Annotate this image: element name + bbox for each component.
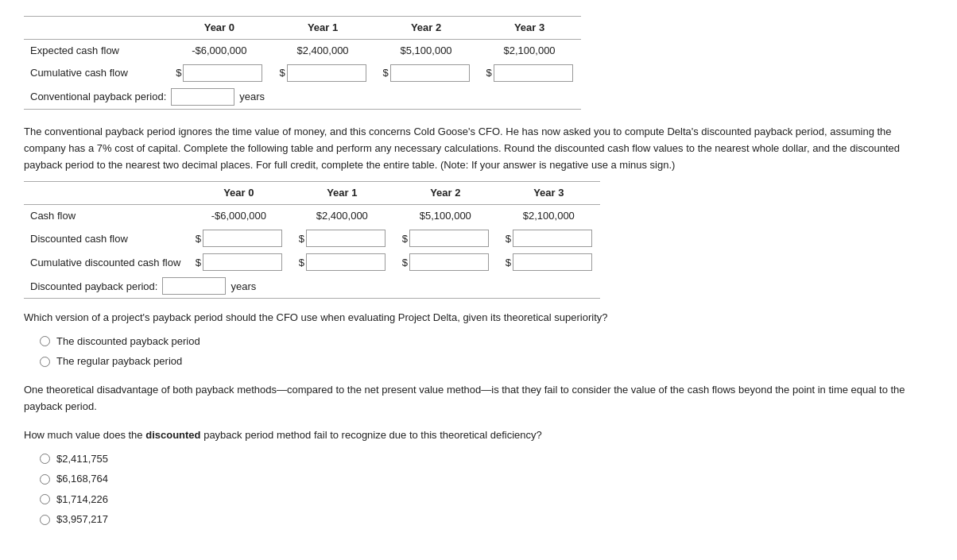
paragraph1-text: One theoretical disadvantage of both pay… xyxy=(24,382,933,415)
cumulative-cashflow-input-year1[interactable]: $ xyxy=(271,61,374,85)
table2-header-year1: Year 1 xyxy=(290,182,393,205)
question2-bold: discounted xyxy=(145,429,200,441)
table1-header-year2: Year 2 xyxy=(374,17,478,40)
expected-cashflow-year3: $2,100,000 xyxy=(478,39,581,61)
table1-header-year1: Year 1 xyxy=(271,17,374,40)
dollar-sign: $ xyxy=(299,255,304,271)
question2-text: How much value does the discounted payba… xyxy=(24,427,933,443)
radio-label-regular: The regular payback period xyxy=(56,353,182,369)
table-row: Cumulative cash flow $ $ $ xyxy=(24,61,581,85)
row-label-cashflow: Cash flow xyxy=(24,204,187,226)
row-label-expected-cashflow: Expected cash flow xyxy=(24,39,168,61)
discounted-cashflow-year2-input[interactable] xyxy=(409,230,489,247)
discounted-cashflow-input-year0[interactable]: $ xyxy=(187,226,290,250)
dollar-sign: $ xyxy=(506,255,511,271)
table2-header-label xyxy=(24,182,187,205)
cumulative-cashflow-year0-input[interactable] xyxy=(183,64,262,82)
discounted-cashflow-year1-input[interactable] xyxy=(306,230,386,247)
table2-header-year0: Year 0 xyxy=(187,182,290,205)
question1-text: Which version of a project's payback per… xyxy=(24,310,933,326)
discounted-cashflow-input-year3[interactable]: $ xyxy=(497,226,600,250)
radio-q2-option3[interactable] xyxy=(40,494,50,504)
radio-label-q2-option1: $2,411,755 xyxy=(56,451,108,467)
cumulative-cashflow-input-year3[interactable]: $ xyxy=(478,61,581,85)
radio-option-regular[interactable]: The regular payback period xyxy=(40,353,933,369)
row-label-cumulative-discounted-cashflow: Cumulative discounted cash flow xyxy=(24,250,187,274)
radio-option-q2-4[interactable]: $3,957,217 xyxy=(40,512,933,527)
cumulative-discounted-cashflow-input-year3[interactable]: $ xyxy=(497,250,600,274)
discounted-cashflow-year0-input[interactable] xyxy=(203,230,282,247)
table2-header-year2: Year 2 xyxy=(393,182,497,205)
discounted-cashflow-input-year1[interactable]: $ xyxy=(290,226,393,250)
radio-label-q2-option4: $3,957,217 xyxy=(56,512,108,527)
radio-q2-option1[interactable] xyxy=(40,454,50,464)
dollar-sign: $ xyxy=(402,231,408,247)
row-label-discounted-cashflow: Discounted cash flow xyxy=(24,226,187,250)
radio-option-q2-3[interactable]: $1,714,226 xyxy=(40,492,933,508)
payback-period-row: Conventional payback period: years xyxy=(24,85,581,110)
radio-label-q2-option3: $1,714,226 xyxy=(56,492,108,508)
discounted-cashflow-year3-input[interactable] xyxy=(513,230,592,247)
table1: Year 0 Year 1 Year 2 Year 3 Expected cas… xyxy=(24,16,581,110)
dollar-sign: $ xyxy=(176,65,181,81)
expected-cashflow-year2: $5,100,000 xyxy=(374,39,478,61)
table-row: Discounted cash flow $ $ $ xyxy=(24,226,600,250)
radio-q2-option2[interactable] xyxy=(40,474,50,485)
discounted-payback-label: Discounted payback period: years xyxy=(24,274,290,299)
dollar-sign: $ xyxy=(196,255,201,271)
cumulative-cashflow-year3-input[interactable] xyxy=(494,64,573,82)
table1-header-year3: Year 3 xyxy=(478,17,581,40)
radio-q2-option4[interactable] xyxy=(40,515,50,525)
cum-discounted-cashflow-year2-input[interactable] xyxy=(409,253,489,271)
radio-label-discounted: The discounted payback period xyxy=(56,334,200,350)
cumulative-cashflow-input-year0[interactable]: $ xyxy=(168,61,271,85)
cum-discounted-cashflow-year1-input[interactable] xyxy=(306,253,386,271)
table-row: Cumulative discounted cash flow $ $ $ xyxy=(24,250,600,274)
dollar-sign: $ xyxy=(382,65,388,81)
radio-discounted-payback[interactable] xyxy=(40,336,50,346)
conventional-payback-input[interactable] xyxy=(171,88,234,106)
radio-option-discounted[interactable]: The discounted payback period xyxy=(40,334,933,350)
cumulative-cashflow-input-year2[interactable]: $ xyxy=(374,61,478,85)
cum-discounted-cashflow-year3-input[interactable] xyxy=(513,253,592,271)
dollar-sign: $ xyxy=(402,255,408,271)
discounted-payback-period-row: Discounted payback period: years xyxy=(24,274,600,299)
radio-option-q2-1[interactable]: $2,411,755 xyxy=(40,451,933,467)
dollar-sign: $ xyxy=(506,231,511,247)
expected-cashflow-year0: -$6,000,000 xyxy=(168,39,271,61)
cashflow-year1: $2,400,000 xyxy=(290,204,393,226)
description-text: The conventional payback period ignores … xyxy=(24,124,933,173)
cumulative-discounted-cashflow-input-year0[interactable]: $ xyxy=(187,250,290,274)
table1-header-year0: Year 0 xyxy=(168,17,271,40)
table-row: Expected cash flow -$6,000,000 $2,400,00… xyxy=(24,39,581,61)
dollar-sign: $ xyxy=(299,231,304,247)
dollar-sign: $ xyxy=(279,65,285,81)
cashflow-year3: $2,100,000 xyxy=(497,204,600,226)
cum-discounted-cashflow-year0-input[interactable] xyxy=(203,253,282,271)
cashflow-year2: $5,100,000 xyxy=(393,204,497,226)
cumulative-cashflow-year2-input[interactable] xyxy=(390,64,470,82)
cashflow-year0: -$6,000,000 xyxy=(187,204,290,226)
table2-header-year3: Year 3 xyxy=(497,182,600,205)
table1-header-label xyxy=(24,17,168,40)
cumulative-discounted-cashflow-input-year1[interactable]: $ xyxy=(290,250,393,274)
row-label-cumulative-cashflow: Cumulative cash flow xyxy=(24,61,168,85)
radio-option-q2-2[interactable]: $6,168,764 xyxy=(40,471,933,487)
radio-label-q2-option2: $6,168,764 xyxy=(56,471,108,487)
expected-cashflow-year1: $2,400,000 xyxy=(271,39,374,61)
discounted-cashflow-input-year2[interactable]: $ xyxy=(393,226,497,250)
conventional-payback-label: Conventional payback period: years xyxy=(24,85,271,110)
cumulative-cashflow-year1-input[interactable] xyxy=(287,64,366,82)
radio-regular-payback[interactable] xyxy=(40,357,50,367)
table-row: Cash flow -$6,000,000 $2,400,000 $5,100,… xyxy=(24,204,600,226)
dollar-sign: $ xyxy=(196,231,201,247)
cumulative-discounted-cashflow-input-year2[interactable]: $ xyxy=(393,250,497,274)
table2: Year 0 Year 1 Year 2 Year 3 Cash flow -$… xyxy=(24,181,600,299)
discounted-payback-input[interactable] xyxy=(162,277,226,295)
dollar-sign: $ xyxy=(486,65,491,81)
